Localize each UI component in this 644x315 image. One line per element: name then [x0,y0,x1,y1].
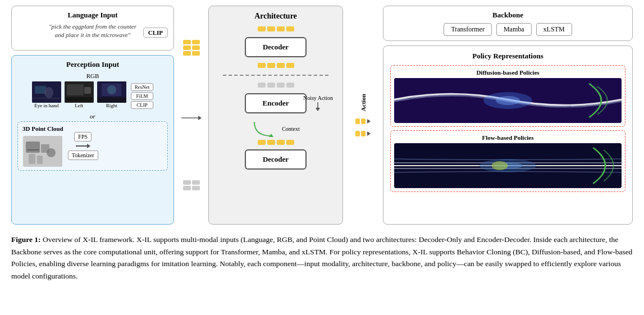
flow-viz [394,143,622,188]
language-input-box: Language Input "pick the eggplant from t… [11,6,174,51]
backbone-buttons: Transformer Mamba xLSTM [392,23,624,36]
language-title: Language Input [19,11,167,20]
flow-section: Flow-based Policies [390,130,625,192]
svg-point-10 [107,85,116,94]
robot-icon [23,136,62,167]
left-panel: Language Input "pick the eggplant from t… [11,6,174,225]
decoder-box: Decoder [245,37,307,57]
context-label: Context [282,126,300,132]
clip-encoder-badge: CLIP [131,101,154,109]
mamba-btn: Mamba [496,23,532,36]
eye-in-hand-camera: Eye in hand [32,81,61,108]
eye-in-hand-label: Eye in hand [34,103,58,108]
perception-title: Perception Input [17,60,168,69]
svg-rect-13 [26,141,40,153]
action-connector: Action [348,6,378,225]
caption: Figure 1: Overview of X-IL framework. X-… [11,234,633,282]
noisy-action-label: Noisy Action [303,95,333,101]
tokenizer-badge: Tokenizer [68,150,98,160]
left-mid-connector [179,6,204,225]
svg-marker-20 [316,108,320,111]
action-label: Action [360,94,367,111]
left-cam-img [65,81,94,103]
eye-in-hand-img [32,81,61,103]
diffusion-viz [394,78,622,123]
right-camera: Right [97,81,126,108]
xlstm-btn: xLSTM [536,23,572,36]
svg-rect-1 [35,86,46,94]
policy-box: Policy Representations Diffusion-based P… [383,45,633,225]
architecture-title: Architecture [254,12,297,21]
language-quote: "pick the eggplant from the counter and … [45,22,140,40]
svg-rect-6 [84,87,91,94]
right-panel: Backbone Transformer Mamba xLSTM Policy … [383,6,633,225]
svg-point-24 [496,96,520,105]
left-label: Left [75,103,83,108]
right-cam-img [97,81,126,103]
pointcloud-section: 3D Point Cloud FPS [17,121,168,171]
encoder-box: Encoder [245,93,307,113]
diffusion-section: Diffusion-based Policies [390,65,625,127]
fps-tokenizer-group: FPS Tokenizer [68,132,98,160]
flow-title: Flow-based Policies [394,134,622,141]
encoder-group: ResNet FiLM CLIP [131,83,154,109]
clip-badge: CLIP [143,28,168,38]
svg-rect-5 [67,84,84,95]
backbone-title: Backbone [392,11,624,20]
rgb-label: RGB [86,72,99,79]
transformer-btn: Transformer [444,23,492,36]
svg-rect-11 [97,97,126,103]
diagram-container: Language Input "pick the eggplant from t… [11,6,633,225]
svg-point-17 [47,148,56,157]
svg-rect-15 [29,154,35,164]
perception-input-box: Perception Input RGB [11,55,174,225]
resnet-badge: ResNet [131,83,154,91]
or-label: or [17,113,168,120]
figure-label: Figure 1: [11,235,41,244]
right-label: Right [106,103,117,108]
pointcloud-title: 3D Point Cloud [22,125,63,132]
svg-point-28 [492,161,508,170]
noisy-action-arrow [309,101,326,112]
rgb-section: RGB [17,72,168,79]
svg-rect-7 [66,97,93,102]
svg-point-2 [44,87,53,98]
fps-badge: FPS [74,132,92,141]
decoder2-box: Decoder [245,149,307,170]
context-arrow-svg [252,119,280,139]
architecture-content: Decoder Encoder Noisy [217,26,334,218]
left-camera: Left [65,81,94,108]
camera-row: Eye in hand Left [32,81,126,108]
film-badge: FiLM [131,92,154,100]
diffusion-title: Diffusion-based Policies [394,69,622,76]
svg-rect-16 [37,156,43,164]
architecture-panel: Architecture Decoder [208,6,343,225]
policy-title: Policy Representations [390,52,625,61]
caption-text: Overview of X-IL framework. X-IL support… [11,235,632,280]
backbone-box: Backbone Transformer Mamba xLSTM [383,6,633,41]
dashed-separator [223,75,328,76]
